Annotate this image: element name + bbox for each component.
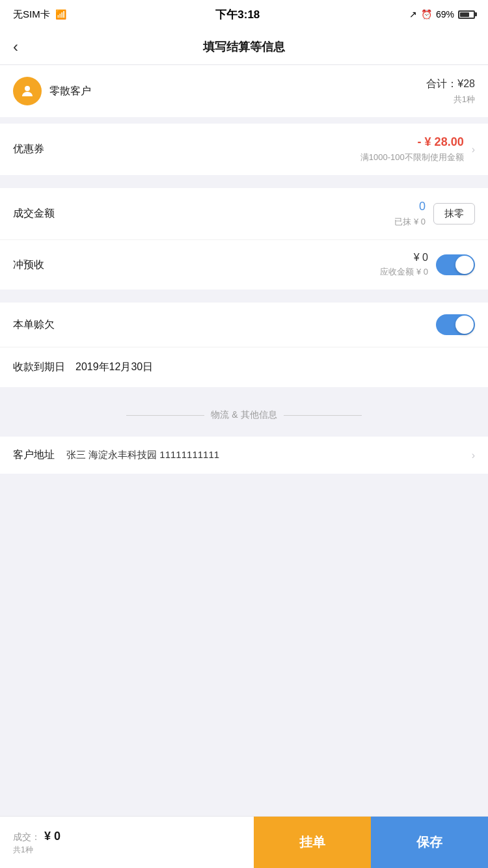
coupon-label: 优惠券 xyxy=(13,142,65,156)
transaction-row: 成交金额 0 已抹 ¥ 0 抹零 xyxy=(0,188,488,240)
coupon-row[interactable]: 优惠券 - ¥ 28.00 满1000-100不限制使用金额 › xyxy=(0,124,488,175)
bottom-label: 成交： xyxy=(13,832,40,843)
customer-count: 共1种 xyxy=(426,94,475,105)
main-content: 零散客户 合计：¥28 共1种 优惠券 - ¥ 28.00 满1000-100不… xyxy=(0,65,488,526)
transaction-section: 成交金额 0 已抹 ¥ 0 抹零 冲预收 ¥ 0 应收金额 ¥ 0 xyxy=(0,188,488,290)
round-button[interactable]: 抹零 xyxy=(433,203,475,224)
address-row[interactable]: 客户地址 张三 海淀永丰科技园 11111111111 › xyxy=(0,437,488,474)
coupon-right: - ¥ 28.00 满1000-100不限制使用金额 › xyxy=(65,135,475,163)
logistics-header: 物流 & 其他信息 xyxy=(0,400,488,430)
alarm-icon: ⏰ xyxy=(421,9,432,20)
prepayment-subtext: 应收金额 ¥ 0 xyxy=(380,266,428,278)
transaction-subtext: 已抹 ¥ 0 xyxy=(394,216,426,228)
nav-bar: ‹ 填写结算等信息 xyxy=(0,29,488,65)
due-date-row: 收款到期日 2019年12月30日 xyxy=(0,347,488,387)
logistics-header-text: 物流 & 其他信息 xyxy=(13,409,475,421)
customer-avatar xyxy=(13,77,42,105)
logistics-label: 物流 & 其他信息 xyxy=(211,409,277,421)
bottom-count: 共1种 xyxy=(13,845,241,856)
toggle-knob xyxy=(455,256,474,274)
prepayment-label: 冲预收 xyxy=(13,258,65,272)
back-button[interactable]: ‹ xyxy=(13,38,18,56)
coupon-section: 优惠券 - ¥ 28.00 满1000-100不限制使用金额 › xyxy=(0,124,488,175)
transaction-right: 0 已抹 ¥ 0 抹零 xyxy=(65,200,475,228)
status-time: 下午3:18 xyxy=(215,7,260,22)
debt-toggle-knob xyxy=(455,316,474,334)
coupon-value-area: - ¥ 28.00 满1000-100不限制使用金额 xyxy=(360,135,464,163)
bottom-amount: ¥ 0 xyxy=(44,830,61,843)
wifi-icon: 📶 xyxy=(55,9,66,20)
status-right: ↗ ⏰ 69% xyxy=(409,9,475,20)
divider-1 xyxy=(0,182,488,188)
prepayment-row: 冲预收 ¥ 0 应收金额 ¥ 0 xyxy=(0,240,488,290)
prepayment-right: ¥ 0 应收金额 ¥ 0 xyxy=(65,252,475,278)
customer-left: 零散客户 xyxy=(13,77,91,105)
battery-percent: 69% xyxy=(436,9,454,20)
chevron-right-icon: › xyxy=(472,144,475,156)
hold-button[interactable]: 挂单 xyxy=(254,817,371,869)
signal-text: 无SIM卡 xyxy=(13,8,50,21)
debt-label: 本单赊欠 xyxy=(13,318,65,332)
debt-right xyxy=(65,314,475,335)
divider-2 xyxy=(0,296,488,303)
bottom-bar: 成交： ¥ 0 共1种 挂单 保存 xyxy=(0,816,488,868)
customer-right: 合计：¥28 共1种 xyxy=(426,77,475,105)
bottom-info: 成交： ¥ 0 共1种 xyxy=(0,830,254,856)
address-chevron-icon: › xyxy=(472,450,475,461)
coupon-value: - ¥ 28.00 xyxy=(360,135,464,149)
transaction-value[interactable]: 0 xyxy=(394,200,426,213)
transaction-label: 成交金额 xyxy=(13,207,65,221)
status-bar: 无SIM卡 📶 下午3:18 ↗ ⏰ 69% xyxy=(0,0,488,29)
status-left: 无SIM卡 📶 xyxy=(13,8,66,21)
debt-toggle[interactable] xyxy=(436,314,475,335)
customer-section: 零散客户 合计：¥28 共1种 xyxy=(0,65,488,117)
address-label: 客户地址 xyxy=(13,448,59,462)
battery-icon xyxy=(458,10,475,19)
svg-point-0 xyxy=(25,86,30,91)
prepayment-value: ¥ 0 xyxy=(380,252,428,264)
debt-row: 本单赊欠 xyxy=(0,303,488,347)
page-title: 填写结算等信息 xyxy=(203,39,285,55)
due-date-value[interactable]: 2019年12月30日 xyxy=(75,360,153,374)
divider-4 xyxy=(0,430,488,437)
debt-section: 本单赊欠 收款到期日 2019年12月30日 xyxy=(0,303,488,387)
coupon-subtext: 满1000-100不限制使用金额 xyxy=(360,152,464,163)
address-value: 张三 海淀永丰科技园 11111111111 xyxy=(66,449,472,461)
due-date-label: 收款到期日 xyxy=(13,360,65,374)
location-icon: ↗ xyxy=(409,9,417,20)
divider-3 xyxy=(0,394,488,400)
prepayment-toggle[interactable] xyxy=(436,254,475,275)
customer-name: 零散客户 xyxy=(49,85,91,98)
save-button[interactable]: 保存 xyxy=(371,817,488,869)
customer-total: 合计：¥28 xyxy=(426,77,475,91)
